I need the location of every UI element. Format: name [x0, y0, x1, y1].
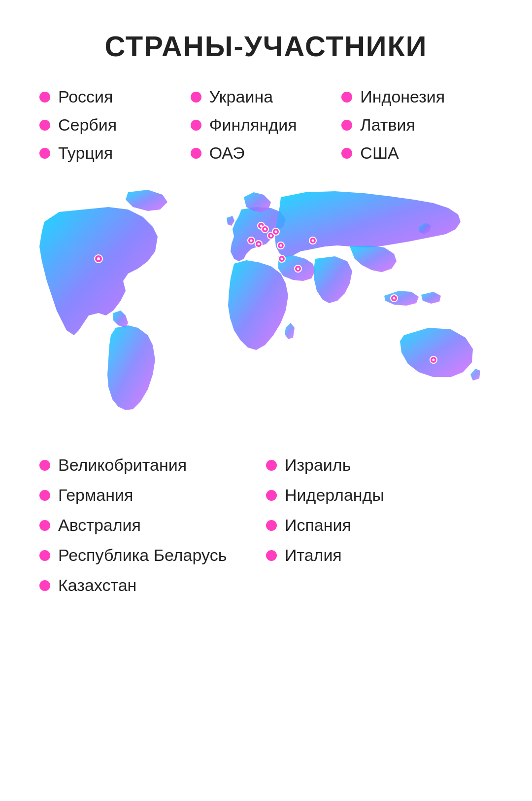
country-label: Латвия — [360, 115, 415, 135]
dot-icon — [191, 92, 201, 103]
country-label: Индонезия — [360, 87, 445, 106]
svg-point-7 — [270, 235, 272, 237]
dot-icon — [39, 148, 50, 159]
svg-point-1 — [97, 257, 100, 260]
top-country-item: Украина — [191, 87, 342, 106]
top-country-item: ОАЭ — [191, 143, 342, 163]
svg-point-17 — [281, 258, 283, 260]
top-country-item: США — [341, 143, 493, 163]
country-label: США — [360, 143, 399, 163]
country-label: Казахстан — [58, 576, 136, 595]
country-label: Турция — [58, 143, 113, 163]
country-label: ОАЭ — [209, 143, 245, 163]
top-country-item: Финляндия — [191, 115, 342, 135]
top-country-item: Турция — [39, 143, 191, 163]
svg-point-19 — [393, 297, 396, 300]
country-label: Австралия — [58, 516, 141, 535]
bottom-country-item: Италия — [266, 546, 493, 565]
country-label: Сербия — [58, 115, 117, 135]
dot-icon — [39, 520, 50, 531]
dot-icon — [39, 580, 50, 591]
dot-icon — [39, 490, 50, 501]
dot-icon — [266, 460, 277, 471]
bottom-country-item: Великобритания — [39, 455, 266, 475]
dot-icon — [341, 92, 352, 103]
bottom-country-item — [266, 576, 493, 595]
dot-icon — [39, 550, 50, 561]
bottom-country-item: Казахстан — [39, 576, 266, 595]
dot-icon — [39, 120, 50, 131]
country-label: Великобритания — [58, 455, 187, 475]
svg-point-5 — [260, 225, 263, 227]
country-label: Россия — [58, 87, 113, 106]
top-country-item: Индонезия — [341, 87, 493, 106]
bottom-country-item: Республика Беларусь — [39, 546, 266, 565]
dot-icon — [266, 520, 277, 531]
page-title: СТРАНЫ-УЧАСТНИКИ — [30, 30, 502, 63]
bottom-country-item: Австралия — [39, 516, 266, 535]
svg-point-9 — [280, 244, 282, 247]
svg-point-3 — [250, 240, 253, 242]
top-country-item: Латвия — [341, 115, 493, 135]
dot-icon — [39, 92, 50, 103]
dot-icon — [191, 120, 201, 131]
country-label: Украина — [209, 87, 273, 106]
dot-icon — [191, 148, 201, 159]
svg-point-25 — [312, 240, 314, 242]
svg-point-13 — [297, 268, 299, 270]
svg-point-23 — [275, 231, 277, 233]
bottom-countries-grid: ВеликобританияИзраильГерманияНидерландыА… — [30, 455, 502, 595]
top-country-item: Россия — [39, 87, 191, 106]
country-label: Германия — [58, 486, 133, 505]
dot-icon — [39, 460, 50, 471]
svg-point-21 — [432, 359, 435, 361]
dot-icon — [341, 148, 352, 159]
bottom-country-item: Нидерланды — [266, 486, 493, 505]
svg-point-11 — [258, 243, 260, 245]
top-country-item: Сербия — [39, 115, 191, 135]
dot-icon — [341, 120, 352, 131]
country-label: Нидерланды — [285, 486, 384, 505]
country-label: Республика Беларусь — [58, 546, 227, 565]
top-countries-grid: РоссияУкраинаИндонезияСербияФинляндияЛат… — [30, 87, 502, 163]
world-map — [30, 182, 502, 431]
dot-icon — [266, 550, 277, 561]
country-label: Италия — [285, 546, 342, 565]
country-label: Испания — [285, 516, 351, 535]
bottom-country-item: Германия — [39, 486, 266, 505]
bottom-country-item: Израиль — [266, 455, 493, 475]
country-label: Израиль — [285, 455, 351, 475]
svg-point-15 — [264, 228, 266, 231]
bottom-country-item: Испания — [266, 516, 493, 535]
dot-icon — [266, 490, 277, 501]
country-label: Финляндия — [209, 115, 297, 135]
